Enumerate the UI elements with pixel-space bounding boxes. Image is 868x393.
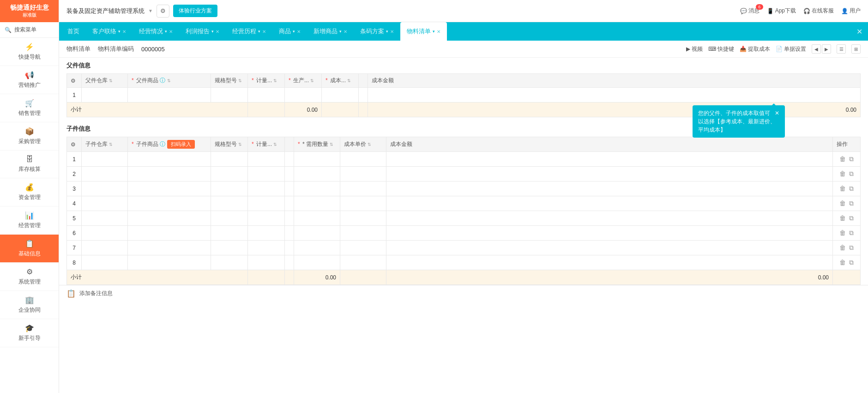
tab-customer-close[interactable]: ✕ (122, 29, 126, 34)
child-cell-product-1[interactable] (128, 152, 211, 167)
sidebar-item-quick-nav[interactable]: ⚡ 快捷导航 (0, 38, 59, 66)
tab-newprod-close[interactable]: ✕ (344, 29, 347, 34)
parent-th-unit[interactable]: * 计量... (248, 74, 285, 88)
child-th-settings[interactable]: ⚙ (67, 137, 82, 152)
child-copy-1[interactable]: ⧉ (849, 155, 854, 163)
tab-operations-status[interactable]: 经营情况 ▾ ✕ (133, 22, 179, 41)
child-delete-8[interactable]: 🗑 (839, 259, 846, 266)
child-delete-6[interactable]: 🗑 (839, 229, 846, 236)
prev-record-button[interactable]: ◀ (812, 44, 821, 54)
child-cell-qty-4[interactable] (294, 196, 340, 211)
sidebar-item-system[interactable]: ⚙ 系统管理 (0, 263, 59, 291)
child-th-qty[interactable]: * * 需用数量 (294, 137, 340, 152)
child-cell-spec-2[interactable] (211, 167, 248, 181)
sidebar-search[interactable]: 🔍 搜索菜单 (0, 22, 59, 38)
app-download-button[interactable]: 📱 App下载 (767, 7, 796, 15)
extract-cost-button[interactable]: 📥 提取成本 (740, 45, 770, 53)
breadcrumb-current[interactable]: 物料清单 (66, 45, 90, 53)
close-all-tabs[interactable]: ✕ (853, 27, 866, 36)
child-cell-unit-price-2[interactable] (340, 167, 386, 181)
child-cell-cost-amount-3[interactable] (386, 181, 833, 196)
grid-view-button[interactable]: ☰ (837, 44, 846, 54)
parent-cell-warehouse-1[interactable] (82, 88, 128, 103)
user-button[interactable]: 👤 用户 (841, 7, 861, 15)
child-th-spec[interactable]: 规格型号 (211, 137, 248, 152)
child-cell-unit-price-1[interactable] (340, 152, 386, 167)
parent-th-spec[interactable]: 规格型号 (211, 74, 248, 88)
tab-profit-close[interactable]: ✕ (216, 29, 219, 34)
child-cell-spec-7[interactable] (211, 241, 248, 255)
child-delete-2[interactable]: 🗑 (839, 170, 846, 177)
parent-th-production[interactable]: * 生产... (285, 74, 322, 88)
tab-new-product[interactable]: 新增商品 ▾ ✕ (307, 22, 354, 41)
parent-th-settings[interactable]: ⚙ (67, 74, 82, 88)
sidebar-item-finance[interactable]: 💰 资金管理 (0, 178, 59, 206)
child-copy-3[interactable]: ⧉ (849, 185, 854, 192)
online-service-button[interactable]: 🎧 在线客服 (803, 7, 834, 15)
child-cell-qty-5[interactable] (294, 211, 340, 226)
child-cell-unit-price-5[interactable] (340, 211, 386, 226)
single-settings-button[interactable]: 📄 单据设置 (776, 45, 806, 53)
sidebar-item-guide[interactable]: 🎓 新手引导 (0, 319, 59, 347)
parent-cell-product-1[interactable] (128, 88, 211, 103)
child-cell-unit-price-4[interactable] (340, 196, 386, 211)
child-cell-unit-1[interactable] (248, 152, 285, 167)
child-cell-unit-7[interactable] (248, 241, 285, 255)
child-cell-warehouse-1[interactable] (82, 152, 128, 167)
child-cell-cost-amount-4[interactable] (386, 196, 833, 211)
parent-cell-cost-1[interactable] (322, 88, 359, 103)
child-cell-unit-4[interactable] (248, 196, 285, 211)
parent-th-product[interactable]: * 父件商品 ⓘ (128, 74, 211, 88)
child-cell-warehouse-7[interactable] (82, 241, 128, 255)
parent-cell-production-1[interactable] (285, 88, 322, 103)
child-cell-cost-amount-5[interactable] (386, 211, 833, 226)
child-copy-8[interactable]: ⧉ (849, 259, 854, 266)
child-cell-cost-amount-6[interactable] (386, 226, 833, 241)
child-cell-unit-price-3[interactable] (340, 181, 386, 196)
child-cell-cost-amount-2[interactable] (386, 167, 833, 181)
child-cell-spec-6[interactable] (211, 226, 248, 241)
child-copy-2[interactable]: ⧉ (849, 170, 854, 177)
list-view-button[interactable]: ⊞ (851, 44, 861, 54)
parent-th-warehouse[interactable]: 父件仓库 (82, 74, 128, 88)
child-cell-warehouse-6[interactable] (82, 226, 128, 241)
child-cell-qty-6[interactable] (294, 226, 340, 241)
child-th-product[interactable]: * 子件商品 ⓘ 扫码录入 (128, 137, 211, 152)
tab-ops-close[interactable]: ✕ (169, 29, 173, 34)
child-cell-product-5[interactable] (128, 211, 211, 226)
child-cell-unit-price-8[interactable] (340, 255, 386, 270)
tab-bom-close[interactable]: ✕ (437, 29, 440, 34)
shortcut-button[interactable]: ⌨ 快捷键 (708, 45, 734, 53)
child-delete-1[interactable]: 🗑 (839, 155, 846, 163)
settings-button[interactable]: ⚙ (157, 5, 169, 18)
child-delete-7[interactable]: 🗑 (839, 244, 846, 251)
scan-input-button[interactable]: 扫码录入 (167, 140, 195, 149)
child-copy-5[interactable]: ⧉ (849, 214, 854, 222)
child-th-unit[interactable]: * 计量... (248, 137, 285, 152)
child-cell-product-8[interactable] (128, 255, 211, 270)
tab-barcode[interactable]: 条码方案 ▾ ✕ (354, 22, 400, 41)
child-cell-warehouse-3[interactable] (82, 181, 128, 196)
tab-history-close[interactable]: ✕ (262, 29, 266, 34)
child-cell-spec-8[interactable] (211, 255, 248, 270)
child-copy-7[interactable]: ⧉ (849, 244, 854, 251)
tab-products[interactable]: 商品 ▾ ✕ (272, 22, 307, 41)
child-cell-warehouse-2[interactable] (82, 167, 128, 181)
child-cell-qty-1[interactable] (294, 152, 340, 167)
child-cell-spec-5[interactable] (211, 211, 248, 226)
child-delete-5[interactable]: 🗑 (839, 214, 846, 222)
sidebar-item-purchase[interactable]: 📦 采购管理 (0, 122, 59, 151)
tab-barcode-close[interactable]: ✕ (390, 29, 394, 34)
parent-th-cost[interactable]: * 成本... (322, 74, 359, 88)
child-cell-cost-amount-8[interactable] (386, 255, 833, 270)
child-cell-warehouse-8[interactable] (82, 255, 128, 270)
child-cell-spec-1[interactable] (211, 152, 248, 167)
child-cell-product-7[interactable] (128, 241, 211, 255)
system-dropdown-arrow[interactable]: ▼ (148, 8, 153, 13)
child-cell-unit-6[interactable] (248, 226, 285, 241)
child-cell-warehouse-5[interactable] (82, 211, 128, 226)
child-delete-3[interactable]: 🗑 (839, 185, 846, 192)
child-cell-unit-3[interactable] (248, 181, 285, 196)
tab-home[interactable]: 首页 (61, 22, 86, 41)
parent-cell-unit-1[interactable] (248, 88, 285, 103)
